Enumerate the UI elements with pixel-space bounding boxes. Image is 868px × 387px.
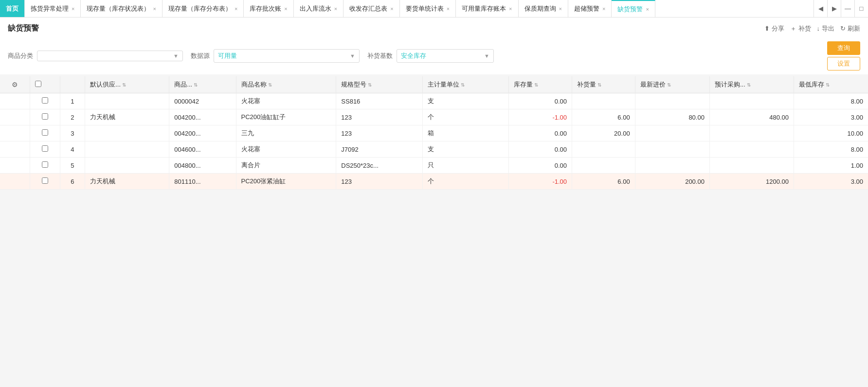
row-gear-cell	[0, 109, 30, 125]
row-checkbox[interactable]	[42, 145, 48, 152]
tab-in-out-flow[interactable]: 出入库流水 ×	[294, 0, 344, 18]
tab-maximize-btn[interactable]: □	[854, 0, 868, 18]
select-all-checkbox[interactable]	[35, 81, 41, 87]
row-supplier	[85, 141, 169, 158]
refresh-icon: ↻	[840, 25, 846, 32]
row-stock: 0.00	[509, 158, 572, 174]
row-checkbox-cell	[30, 125, 60, 141]
row-stock: -1.00	[509, 174, 572, 190]
category-select[interactable]: ▼	[37, 51, 183, 61]
replenish-base-value: 安全库存	[401, 52, 426, 60]
row-checkbox[interactable]	[42, 177, 48, 184]
row-stock: -1.00	[509, 109, 572, 125]
row-spec: 123	[336, 125, 423, 141]
row-gear-cell	[0, 141, 30, 158]
spec-sort[interactable]: 规格型号 ⇅	[341, 80, 417, 89]
datasource-select[interactable]: 可用量 ▼	[214, 49, 360, 63]
tab-overstock-warning[interactable]: 超储预警 ×	[568, 0, 612, 18]
gear-icon[interactable]: ⚙	[12, 81, 18, 88]
filter-area: 商品分类 ▼ 数据源 可用量 ▼ 补货基数 安全库存 ▼ 查询 设置	[0, 37, 868, 74]
row-unit: 箱	[423, 125, 509, 141]
row-product-name: 三九	[236, 125, 336, 141]
row-checkbox-cell	[30, 109, 60, 125]
row-product-name: 火花塞	[236, 141, 336, 158]
row-checkbox[interactable]	[42, 113, 48, 120]
tab-next-btn[interactable]: ▶	[827, 0, 841, 18]
tab-minimize-btn[interactable]: —	[841, 0, 854, 18]
name-sort[interactable]: 商品名称 ⇅	[241, 80, 331, 89]
row-min-stock: 10.00	[794, 125, 868, 141]
row-product-code: 004800...	[169, 158, 236, 174]
tab-close-icon[interactable]: ×	[447, 6, 450, 12]
tab-defect-handling[interactable]: 拣货异常处理 ×	[25, 0, 81, 18]
row-checkbox[interactable]	[42, 161, 48, 168]
row-supplier: 力天机械	[85, 174, 169, 190]
row-product-name: PC200张紧油缸	[236, 174, 336, 190]
replenish-label: 补货	[798, 24, 811, 33]
tab-close-icon[interactable]: ×	[334, 6, 337, 12]
row-unit: 支	[423, 141, 509, 158]
tab-shortage-warning[interactable]: 缺货预警 ×	[612, 0, 655, 18]
row-checkbox[interactable]	[42, 97, 48, 104]
row-estimated-purchase	[709, 141, 794, 158]
tab-order-stats[interactable]: 要货单统计表 ×	[400, 0, 456, 18]
tab-home[interactable]: 首页	[0, 0, 25, 18]
tab-batch-account[interactable]: 库存批次账 ×	[244, 0, 293, 18]
row-checkbox[interactable]	[42, 129, 48, 136]
tab-prev-btn[interactable]: ◀	[814, 0, 827, 18]
estimated-sort[interactable]: 预计采购... ⇅	[715, 80, 789, 89]
tab-label: 拣货异常处理	[31, 4, 69, 13]
datasource-filter-group: 数据源 可用量 ▼	[191, 49, 360, 63]
sort-icon: ⇅	[747, 82, 751, 88]
tab-label: 超储预警	[574, 4, 599, 13]
row-product-name: 离合片	[236, 158, 336, 174]
tab-available-ledger[interactable]: 可用量库存账本 ×	[456, 0, 518, 18]
datasource-chevron-icon: ▼	[350, 53, 355, 59]
row-gear-cell	[0, 174, 30, 190]
row-latest-price	[635, 141, 709, 158]
row-number: 4	[60, 141, 85, 158]
tab-close-icon[interactable]: ×	[153, 6, 156, 12]
row-number: 3	[60, 125, 85, 141]
tab-close-icon[interactable]: ×	[602, 6, 605, 12]
replenish-base-select[interactable]: 安全库存 ▼	[397, 49, 494, 63]
tab-close-icon[interactable]: ×	[284, 6, 287, 12]
export-btn[interactable]: ↓ 导出	[817, 24, 835, 33]
tab-inventory-dist[interactable]: 现存量（库存分布表） ×	[163, 0, 244, 18]
row-min-stock: 8.00	[794, 93, 868, 109]
row-spec: 123	[336, 174, 423, 190]
tab-close-icon[interactable]: ×	[235, 6, 237, 12]
tab-close-icon[interactable]: ×	[646, 6, 649, 12]
row-estimated-purchase	[709, 93, 794, 109]
replenish-base-filter-group: 补货基数 安全库存 ▼	[367, 49, 494, 63]
row-supplier	[85, 93, 169, 109]
tab-close-icon[interactable]: ×	[509, 6, 512, 12]
tab-inventory-status[interactable]: 现存量（库存状况表） ×	[81, 0, 162, 18]
settings-button[interactable]: 设置	[827, 57, 860, 70]
share-btn[interactable]: ⬆ 分享	[764, 24, 784, 33]
tab-close-icon[interactable]: ×	[559, 6, 562, 12]
min-stock-sort[interactable]: 最低库存 ⇅	[799, 80, 863, 89]
code-sort[interactable]: 商品... ⇅	[174, 80, 231, 89]
replenish-btn[interactable]: ＋ 补货	[790, 24, 811, 33]
row-supplier: 力天机械	[85, 109, 169, 125]
tab-receive-summary[interactable]: 收发存汇总表 ×	[344, 0, 399, 18]
stock-sort[interactable]: 库存量 ⇅	[514, 80, 567, 89]
replenish-icon: ＋	[790, 24, 796, 33]
page-title: 缺货预警	[8, 23, 39, 34]
supplier-sort[interactable]: 默认供应... ⇅	[90, 80, 164, 89]
tab-label: 库存批次账	[250, 4, 281, 13]
replenish-qty-sort[interactable]: 补货量 ⇅	[577, 80, 630, 89]
tab-close-icon[interactable]: ×	[390, 6, 393, 12]
sort-icon: ⇅	[597, 82, 601, 88]
unit-sort[interactable]: 主计量单位 ⇅	[428, 80, 504, 89]
column-gear: ⚙	[0, 76, 30, 93]
table-row: 3 004200... 三九 123 箱 0.00 20.00 10.00	[0, 125, 868, 141]
query-button[interactable]: 查询	[827, 41, 860, 55]
price-sort[interactable]: 最新进价 ⇅	[640, 80, 705, 89]
tab-close-icon[interactable]: ×	[72, 6, 74, 12]
tab-expiry-query[interactable]: 保质期查询 ×	[519, 0, 568, 18]
row-checkbox-cell	[30, 141, 60, 158]
refresh-btn[interactable]: ↻ 刷新	[840, 24, 860, 33]
tab-label: 保质期查询	[524, 4, 556, 13]
